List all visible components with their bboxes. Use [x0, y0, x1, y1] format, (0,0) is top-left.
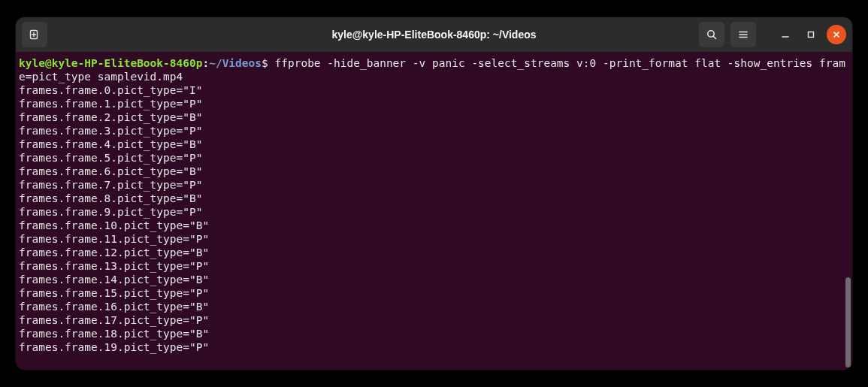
- new-tab-button[interactable]: [22, 22, 47, 47]
- search-button[interactable]: [699, 22, 724, 47]
- terminal-window: kyle@kyle-HP-EliteBook-8460p: ~/Videos: [16, 17, 852, 370]
- prompt-colon: :: [202, 57, 209, 69]
- terminal-body[interactable]: kyle@kyle-HP-EliteBook-8460p:~/Videos$ f…: [16, 52, 852, 370]
- maximize-icon: [806, 30, 815, 39]
- prompt-user-host: kyle@kyle-HP-EliteBook-8460p: [19, 57, 202, 69]
- minimize-button[interactable]: [776, 25, 795, 44]
- close-button[interactable]: [827, 25, 846, 44]
- prompt-dollar: $: [262, 57, 274, 69]
- titlebar: kyle@kyle-HP-EliteBook-8460p: ~/Videos: [16, 17, 852, 52]
- command-output: frames.frame.0.pict_type="I" frames.fram…: [19, 84, 209, 353]
- scrollbar-thumb[interactable]: [845, 277, 851, 367]
- prompt-path: ~/Videos: [209, 57, 262, 69]
- minimize-icon: [781, 30, 790, 39]
- close-icon: [832, 30, 841, 39]
- search-icon: [706, 29, 718, 41]
- new-tab-icon: [29, 29, 41, 41]
- titlebar-right: [699, 22, 846, 47]
- hamburger-icon: [737, 29, 749, 41]
- titlebar-left: [22, 22, 47, 47]
- svg-rect-9: [809, 32, 814, 38]
- menu-button[interactable]: [730, 22, 756, 47]
- svg-line-4: [713, 36, 715, 38]
- maximize-button[interactable]: [801, 25, 821, 44]
